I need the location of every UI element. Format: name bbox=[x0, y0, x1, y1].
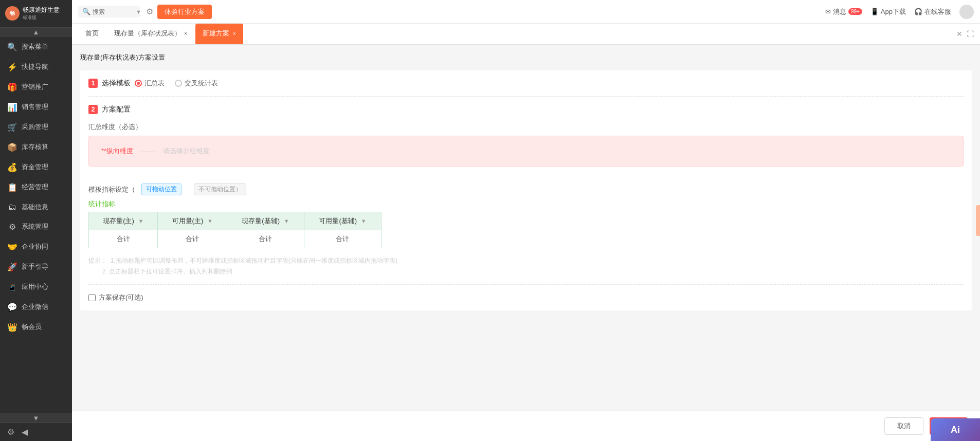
trial-btn[interactable]: 体验行业方案 bbox=[157, 5, 212, 19]
template-options: 汇总表 交叉统计表 bbox=[135, 79, 218, 88]
collapse-icon[interactable]: ◀ bbox=[22, 427, 28, 437]
sidebar-item-label: 资金管理 bbox=[22, 162, 48, 172]
sidebar-item-label: 销售管理 bbox=[22, 102, 48, 112]
tabs-bar: 首页 现存量（库存状况表） × 新建方案 × ✕ ⛶ bbox=[72, 24, 980, 45]
sidebar-item-inventory[interactable]: 📦 库存核算 bbox=[0, 137, 72, 157]
save-checkbox[interactable] bbox=[88, 294, 96, 301]
plan-settings-section: 1 选择模板 汇总表 交叉统计表 2 方案配置 bbox=[80, 70, 972, 310]
inventory-icon: 📦 bbox=[7, 142, 17, 152]
quick-nav-icon: ⚡ bbox=[7, 62, 17, 72]
messages-label: 消息 bbox=[833, 7, 846, 16]
sidebar-item-purchase[interactable]: 🛒 采购管理 bbox=[0, 117, 72, 137]
sales-icon: 📊 bbox=[7, 102, 17, 112]
sidebar-item-app-center[interactable]: 📱 应用中心 bbox=[0, 277, 72, 297]
sidebar-item-system[interactable]: ⚙ 系统管理 bbox=[0, 217, 72, 237]
sidebar-item-finance[interactable]: 💰 资金管理 bbox=[0, 157, 72, 177]
sidebar-item-quick-nav[interactable]: ⚡ 快捷导航 bbox=[0, 57, 72, 77]
tab-new-plan[interactable]: 新建方案 × bbox=[195, 24, 243, 44]
radio-summary-dot bbox=[135, 80, 142, 87]
sidebar-item-enterprise[interactable]: 🤝 企业协同 bbox=[0, 237, 72, 257]
sidebar-logo: 畅 畅康通好生意 标准版 bbox=[0, 0, 72, 28]
topbar: 🔍 ▼ ⚙ 体验行业方案 ✉ 消息 99+ 📱 App下载 🎧 在线客服 bbox=[72, 0, 980, 24]
col-dropdown-3[interactable]: ▼ bbox=[361, 218, 367, 224]
search-dropdown-icon[interactable]: ▼ bbox=[136, 9, 141, 15]
cancel-button[interactable]: 取消 bbox=[884, 417, 923, 435]
col-label-2: 现存量(基辅) bbox=[242, 217, 280, 225]
purchase-icon: 🛒 bbox=[7, 122, 17, 132]
panel-expand-btn[interactable]: ⛶ bbox=[967, 30, 974, 38]
sidebar-item-label: 企业协同 bbox=[22, 242, 48, 251]
col-header-1[interactable]: 可用量(主) ▼ bbox=[158, 212, 227, 230]
sidebar-item-label: 采购管理 bbox=[22, 122, 48, 132]
sidebar-item-label: 快捷导航 bbox=[22, 62, 48, 71]
ai-label: Ai bbox=[951, 425, 960, 435]
user-avatar[interactable] bbox=[959, 5, 974, 19]
app-download-label: App下载 bbox=[881, 7, 906, 16]
radio-cross[interactable]: 交叉统计表 bbox=[175, 79, 218, 88]
col-dropdown-2[interactable]: ▼ bbox=[284, 218, 289, 224]
panel-close-btn[interactable]: ✕ bbox=[956, 30, 963, 38]
col-dropdown-1[interactable]: ▼ bbox=[207, 218, 213, 224]
sidebar-item-label: 应用中心 bbox=[22, 282, 48, 291]
tab-inventory-status[interactable]: 现存量（库存状况表） × bbox=[107, 24, 194, 44]
step1-badge: 1 bbox=[88, 79, 98, 88]
dimension-area[interactable]: **纵向维度 —— 请选择分组维度 bbox=[88, 136, 964, 167]
tab-new-plan-close[interactable]: × bbox=[232, 30, 235, 36]
sidebar-item-label: 新手引导 bbox=[22, 262, 48, 271]
ai-floating-button[interactable]: Ai bbox=[931, 418, 980, 441]
cell-0: 合计 bbox=[89, 230, 158, 248]
tab-home-label: 首页 bbox=[85, 29, 99, 38]
operations-icon: 📋 bbox=[7, 182, 17, 192]
phone-icon: 📱 bbox=[870, 8, 879, 15]
sidebar-item-basic-info[interactable]: 🗂 基础信息 bbox=[0, 197, 72, 217]
step2-badge: 2 bbox=[88, 105, 98, 114]
sidebar-nav: 🔍 搜索菜单 ⚡ 快捷导航 🎁 营销推广 📊 销售管理 🛒 采购管理 📦 库存核… bbox=[0, 37, 72, 413]
sidebar-item-new-user[interactable]: 🚀 新手引导 bbox=[0, 257, 72, 277]
col-header-2[interactable]: 现存量(基辅) ▼ bbox=[227, 212, 304, 230]
sidebar-scroll-down[interactable]: ▼ bbox=[0, 413, 72, 422]
app-download-item[interactable]: 📱 App下载 bbox=[870, 7, 906, 16]
summary-dimension-title: 汇总维度（必选） bbox=[88, 122, 964, 132]
stats-title: 统计指标 bbox=[88, 199, 964, 209]
search-input[interactable] bbox=[93, 8, 134, 15]
tab-home[interactable]: 首页 bbox=[78, 24, 106, 44]
sidebar-item-operations[interactable]: 📋 经营管理 bbox=[0, 177, 72, 197]
sidebar-item-search-menu[interactable]: 🔍 搜索菜单 bbox=[0, 37, 72, 57]
marketing-icon: 🎁 bbox=[7, 82, 17, 92]
tab-inventory-close[interactable]: × bbox=[184, 30, 187, 36]
messages-item[interactable]: ✉ 消息 99+ bbox=[825, 7, 862, 16]
non-draggable-badge: 不可拖动位置） bbox=[194, 183, 246, 195]
topbar-gear-icon[interactable]: ⚙ bbox=[146, 7, 153, 16]
app-name: 畅康通好生意 bbox=[23, 6, 60, 14]
table-row: 合计 合计 合计 合计 bbox=[89, 230, 382, 248]
save-divider bbox=[88, 284, 964, 285]
sidebar-scroll-up[interactable]: ▲ bbox=[0, 28, 72, 37]
tip-1: 提示： 1.拖动标题栏可以调整布局，不可跨维度或指标区域拖动栏目字段(只能在同一… bbox=[88, 256, 964, 265]
sidebar-item-wechat[interactable]: 💬 企业微信 bbox=[0, 297, 72, 317]
tip-2: 2. 点击标题栏下拉可设置排序、插入列和删除列 bbox=[88, 267, 964, 276]
radio-summary[interactable]: 汇总表 bbox=[135, 79, 165, 88]
enterprise-icon: 🤝 bbox=[7, 242, 17, 252]
search-menu-icon: 🔍 bbox=[7, 42, 17, 52]
cell-2: 合计 bbox=[227, 230, 304, 248]
col-header-0[interactable]: 现存量(主) ▼ bbox=[89, 212, 158, 230]
settings-icon[interactable]: ⚙ bbox=[7, 427, 14, 437]
step1-label: 选择模板 bbox=[102, 79, 131, 88]
message-icon: ✉ bbox=[825, 8, 831, 15]
messages-badge: 99+ bbox=[848, 8, 862, 15]
sidebar-item-member[interactable]: 👑 畅会员 bbox=[0, 317, 72, 337]
customer-service-item[interactable]: 🎧 在线客服 bbox=[914, 7, 951, 16]
step2-label: 方案配置 bbox=[102, 105, 131, 114]
radio-cross-label: 交叉统计表 bbox=[185, 79, 218, 88]
sidebar-item-sales[interactable]: 📊 销售管理 bbox=[0, 97, 72, 117]
content-area: 现存量(库存状况表)方案设置 1 选择模板 汇总表 交叉统计表 bbox=[72, 45, 980, 411]
indicator-divider bbox=[88, 175, 964, 175]
sidebar-item-marketing[interactable]: 🎁 营销推广 bbox=[0, 77, 72, 97]
dimension-dash: —— bbox=[141, 148, 155, 155]
sidebar: 畅 畅康通好生意 标准版 ▲ 🔍 搜索菜单 ⚡ 快捷导航 🎁 营销推广 📊 销售… bbox=[0, 0, 72, 441]
col-header-3[interactable]: 可用量(基辅) ▼ bbox=[304, 212, 381, 230]
tab-close-panel: ✕ ⛶ bbox=[956, 30, 974, 38]
col-dropdown-0[interactable]: ▼ bbox=[138, 218, 143, 224]
scroll-handle[interactable] bbox=[976, 205, 980, 236]
topbar-search-box: 🔍 ▼ bbox=[78, 6, 140, 17]
